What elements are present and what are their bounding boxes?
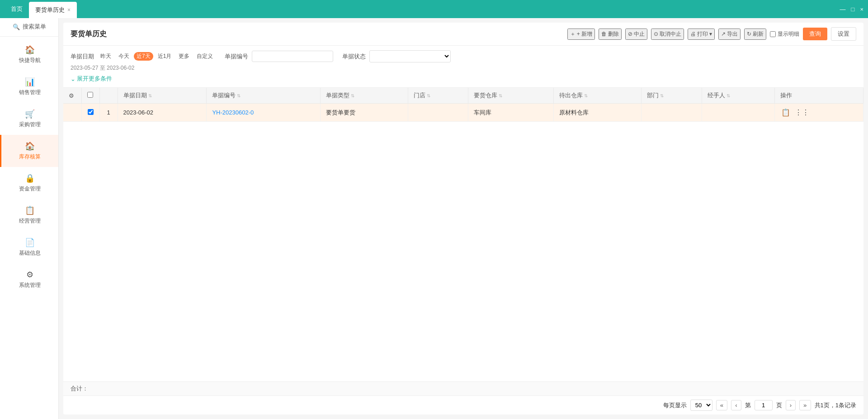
th-department-label: 部门 [647,91,659,100]
system-icon: ⚙ [26,270,33,280]
date-shortcuts: 昨天 今天 近7天 近1月 更多 自定义 [98,52,216,61]
next-page-btn[interactable]: › [786,400,796,410]
setting-button[interactable]: 设置 [831,27,856,41]
th-num [99,88,118,104]
search-menu[interactable]: 🔍 搜索菜单 [0,18,58,37]
sidebar-item-quick-nav-label: 快捷导航 [19,57,41,64]
row-actions: 📋 ⋮⋮ [775,104,863,122]
row-checkbox[interactable] [88,109,94,115]
date-btn-today[interactable]: 今天 [116,52,132,61]
sidebar-item-finance-label: 资金管理 [19,185,41,193]
print-chevron-icon: ▾ [709,31,712,37]
th-shop[interactable]: 门店 ⇅ [408,88,468,104]
sort-shop-icon: ⇅ [427,93,430,98]
cancel-stop-button-label: 取消中止 [660,30,681,38]
doc-number-label: 单据编号 [225,52,248,61]
select-all-checkbox[interactable] [87,92,93,98]
doc-number-input[interactable] [252,51,333,62]
window-controls: — □ × [840,6,863,13]
sidebar-item-sales[interactable]: 📊 销售管理 [0,71,58,103]
refresh-button[interactable]: ↻ 刷新 [744,29,766,40]
th-doc-type[interactable]: 单据类型 ⇅ [320,88,408,104]
total-info-label: 共1页，1条记录 [815,401,856,409]
print-button-label: 打印 [697,30,708,38]
prev-page-btn[interactable]: ‹ [731,400,741,410]
table-row[interactable]: 1 2023-06-02 YH-20230602-0 要货单要货 车间库 原材料… [63,104,863,122]
export-button[interactable]: ↗ 导出 [718,29,741,40]
content-area: 要货单历史 ＋ + 新增 🗑 删除 ⊘ 中止 ⊙ [59,18,868,419]
new-button[interactable]: ＋ + 新增 [567,29,595,40]
new-button-label: + 新增 [577,30,592,38]
sidebar-item-quick-nav[interactable]: 🏠 快捷导航 [0,38,58,71]
first-page-btn[interactable]: « [716,400,727,410]
date-filter-group: 单据日期 昨天 今天 近7天 近1月 更多 自定义 [71,52,216,61]
th-date[interactable]: 单据日期 ⇅ [118,88,207,104]
sidebar-item-operation[interactable]: 📋 经营管理 [0,199,58,231]
row-date: 2023-06-02 [118,104,207,122]
th-department[interactable]: 部门 ⇅ [642,88,702,104]
delete-button[interactable]: 🗑 删除 [599,29,622,40]
th-shop-label: 门店 [414,91,425,100]
sidebar-item-system[interactable]: ⚙ 系统管理 [0,263,58,295]
row-checkbox-cell [81,104,99,122]
row-req-warehouse: 车间库 [468,104,554,122]
tab-close-icon[interactable]: × [67,7,71,13]
doc-no-link[interactable]: YH-20230602-0 [212,109,254,116]
row-shop [408,104,468,122]
cancel-stop-button[interactable]: ⊙ 取消中止 [651,29,684,40]
date-btn-yesterday[interactable]: 昨天 [98,52,114,61]
th-handler-label: 经手人 [708,91,725,100]
doc-status-select[interactable] [369,50,451,62]
search-menu-label: 搜索菜单 [23,23,46,31]
date-range-row: 2023-05-27 至 2023-06-02 [71,64,856,72]
th-date-label: 单据日期 [123,91,147,100]
stop-button[interactable]: ⊘ 中止 [625,29,647,40]
th-doc-no-label: 单据编号 [212,91,236,100]
per-page-select[interactable]: 50 [690,400,712,411]
maximize-icon[interactable]: □ [851,6,855,13]
row-department [642,104,702,122]
th-handler[interactable]: 经手人 ⇅ [702,88,774,104]
row-edit-icon[interactable]: ⋮⋮ [794,107,810,118]
print-button[interactable]: 🖨 打印 ▾ [688,29,715,40]
date-btn-1month[interactable]: 近1月 [155,52,175,61]
minimize-icon[interactable]: — [840,6,846,13]
sidebar-item-purchase[interactable]: 🛒 采购管理 [0,103,58,135]
query-button[interactable]: 查询 [803,28,827,40]
stop-button-label: 中止 [634,30,645,38]
top-bar: 首页 要货单历史 × — □ × [0,0,868,18]
sidebar-item-finance[interactable]: 🔒 资金管理 [0,167,58,199]
row-view-icon[interactable]: 📋 [780,107,791,118]
sort-docno-icon: ⇅ [237,93,241,98]
date-btn-7days[interactable]: 近7天 [134,52,153,61]
date-btn-more[interactable]: 更多 [176,52,192,61]
row-doc-type: 要货单要货 [320,104,408,122]
table-footer: 合计： [63,381,863,395]
th-pending-warehouse[interactable]: 待出仓库 ⇅ [554,88,642,104]
expand-filter-btn[interactable]: ⌄ 展开更多条件 [71,75,856,83]
main-layout: 🔍 搜索菜单 🏠 快捷导航 📊 销售管理 🛒 采购管理 🏠 库存核算 🔒 资金管… [0,18,868,419]
filter-row-1: 单据日期 昨天 今天 近7天 近1月 更多 自定义 单据编号 [71,50,856,62]
th-req-warehouse[interactable]: 要货仓库 ⇅ [468,88,554,104]
sidebar-item-purchase-label: 采购管理 [19,121,41,129]
tab-home[interactable]: 首页 [5,0,29,18]
sidebar-item-basic-info[interactable]: 📄 基础信息 [0,231,58,263]
page-number-input[interactable] [755,400,773,410]
sidebar-item-inventory[interactable]: 🏠 库存核算 [0,135,58,167]
row-num: 1 [99,104,118,122]
date-btn-custom[interactable]: 自定义 [194,52,216,61]
close-icon[interactable]: × [860,6,863,13]
th-action-label: 操作 [780,92,792,99]
th-doc-no[interactable]: 单据编号 ⇅ [207,88,320,104]
delete-icon: 🗑 [601,31,607,37]
tab-requisition-history[interactable]: 要货单历史 × [29,2,77,18]
per-page-label: 每页显示 [663,401,687,409]
operation-icon: 📋 [25,205,35,215]
page-prefix-label: 第 [745,401,751,409]
show-detail-checkbox-label[interactable]: 显示明细 [770,30,799,38]
show-detail-checkbox[interactable] [770,31,776,37]
last-page-btn[interactable]: » [799,400,811,410]
inventory-icon: 🏠 [25,141,35,151]
expand-filter-label: 展开更多条件 [77,75,112,83]
sort-department-icon: ⇅ [660,93,664,98]
